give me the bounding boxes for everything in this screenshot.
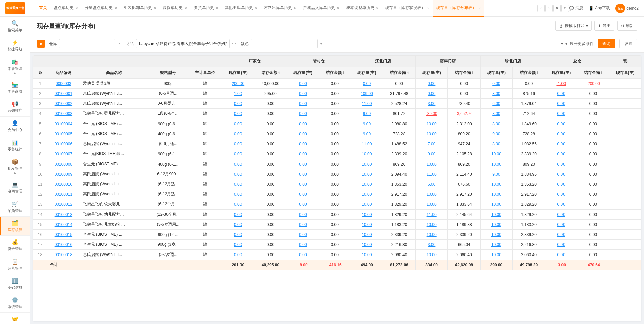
nav-tab-pandian[interactable]: 盘点单历史× bbox=[50, 0, 81, 17]
info-icon-jb-amt[interactable]: ℹ bbox=[407, 71, 409, 75]
info-icon-z-amt[interactable]: ℹ bbox=[601, 71, 602, 75]
row-na-qty[interactable]: -39.00 bbox=[416, 109, 448, 119]
row-code[interactable]: 00100002 bbox=[47, 99, 80, 109]
row-code[interactable]: 00100009 bbox=[47, 169, 80, 179]
print-btn[interactable]: 🖨 按模版打印 ▾ bbox=[555, 21, 592, 31]
row-na-qty[interactable]: 10.00 bbox=[416, 159, 448, 169]
row-yb-qty[interactable]: 0.00 bbox=[480, 79, 513, 89]
warehouse-input[interactable] bbox=[59, 39, 115, 48]
goods-dots[interactable]: ··· bbox=[232, 41, 236, 47]
row-z-qty[interactable]: 0.00 bbox=[545, 89, 577, 99]
row-code[interactable]: 00100013 bbox=[47, 210, 80, 220]
row-yb-qty[interactable]: 9.00 bbox=[480, 169, 513, 179]
row-f-qty[interactable]: 0.00 bbox=[222, 119, 254, 129]
row-jb-qty[interactable]: 10.00 bbox=[351, 179, 383, 189]
row-z-qty[interactable]: 0.00 bbox=[545, 149, 577, 159]
row-jb-qty[interactable]: 9.00 bbox=[351, 109, 383, 119]
more-conditions-btn[interactable]: ▼▼ 展开更多条件 bbox=[560, 41, 594, 47]
row-na-qty[interactable]: 10.00 bbox=[416, 129, 448, 139]
row-code[interactable]: 00100006 bbox=[47, 139, 80, 149]
nav-next-btn[interactable]: › bbox=[545, 5, 553, 12]
sidebar-item-retailshop[interactable]: 🏪零售商城 bbox=[0, 78, 30, 97]
nav-tab-close-qitachu[interactable]: × bbox=[255, 6, 257, 10]
row-f-qty[interactable]: 0.00 bbox=[222, 250, 254, 260]
row-na-qty[interactable]: 10.00 bbox=[416, 119, 448, 129]
row-yb-qty[interactable]: 10.00 bbox=[480, 250, 513, 260]
row-jb-qty[interactable]: 9.00 bbox=[351, 119, 383, 129]
row-na-qty[interactable]: 3.00 bbox=[416, 240, 448, 250]
row-jb-qty[interactable]: 10.00 bbox=[351, 230, 383, 240]
row-code[interactable]: 00100003 bbox=[47, 109, 80, 119]
nav-tab-zuchuan[interactable]: 组装拆卸单历史× bbox=[120, 0, 159, 17]
row-yb-qty[interactable]: 3.00 bbox=[480, 89, 513, 99]
row-z-qty[interactable]: 0.00 bbox=[545, 220, 577, 230]
row-z-qty[interactable]: 0.00 bbox=[545, 179, 577, 189]
user-area[interactable]: Ea demo2 bbox=[615, 4, 639, 13]
row-z-qty[interactable]: 0.00 bbox=[545, 139, 577, 149]
row-z-qty[interactable]: 0.00 bbox=[545, 199, 577, 210]
nav-tab-close-kucun[interactable]: × bbox=[427, 6, 429, 10]
row-l-qty[interactable]: 0.00 bbox=[287, 139, 319, 149]
nav-tab-close-chanchenpin[interactable]: × bbox=[337, 6, 339, 10]
row-f-qty[interactable]: 0.00 bbox=[222, 159, 254, 169]
row-f-qty[interactable]: 0.00 bbox=[222, 220, 254, 230]
row-code[interactable]: 00100011 bbox=[47, 189, 80, 199]
row-jb-qty[interactable]: 10.00 bbox=[351, 210, 383, 220]
nav-tab-chengben[interactable]: 成本调整单历史× bbox=[343, 0, 382, 17]
row-z-qty[interactable]: 0.00 bbox=[545, 189, 577, 199]
row-na-qty[interactable]: 0.00 bbox=[416, 89, 448, 99]
sidebar-item-wholesale[interactable]: 📦批发管理▲ bbox=[0, 155, 30, 178]
row-f-qty[interactable]: 0.00 bbox=[222, 169, 254, 179]
refresh-btn[interactable]: ↺ 刷新 bbox=[617, 21, 637, 31]
row-f-qty[interactable]: 0.00 bbox=[222, 149, 254, 159]
nav-tab-close-chengben[interactable]: × bbox=[376, 6, 378, 10]
row-yb-qty[interactable]: 10.00 bbox=[480, 240, 513, 250]
nav-tab-close-cailiao[interactable]: × bbox=[294, 6, 296, 10]
row-l-qty[interactable]: 0.00 bbox=[287, 240, 319, 250]
nav-tab-close-fenliang[interactable]: × bbox=[115, 6, 117, 10]
nav-tab-yaohuo[interactable]: 要货单历史× bbox=[191, 0, 221, 17]
nav-tab-qitachu[interactable]: 其他出库单历史× bbox=[221, 0, 260, 17]
row-na-qty[interactable]: 9.00 bbox=[416, 149, 448, 159]
sidebar-item-retailstat[interactable]: 📊零售统计 bbox=[0, 136, 30, 155]
row-jb-qty[interactable]: 10.00 bbox=[351, 149, 383, 159]
info-icon-f-amt[interactable]: ℹ bbox=[278, 71, 280, 75]
row-z-qty[interactable]: 0.00 bbox=[545, 159, 577, 169]
row-l-qty[interactable]: 0.00 bbox=[287, 89, 319, 99]
nav-tab-kucun[interactable]: 现存量（库存状况表）× bbox=[382, 0, 433, 17]
row-f-qty[interactable]: 0.00 bbox=[222, 189, 254, 199]
row-na-qty[interactable]: 10.00 bbox=[416, 220, 448, 230]
nav-tab-fenliang[interactable]: 分量盘点单历史× bbox=[81, 0, 120, 17]
row-l-qty[interactable]: 0.00 bbox=[287, 79, 319, 89]
row-jb-qty[interactable]: 10.00 bbox=[351, 199, 383, 210]
row-jb-qty[interactable]: 11.00 bbox=[351, 99, 383, 109]
row-f-qty[interactable]: 0.00 bbox=[222, 109, 254, 119]
row-yb-qty[interactable]: 10.00 bbox=[480, 199, 513, 210]
sidebar-item-basic[interactable]: ℹ️基础信息 bbox=[0, 274, 30, 293]
row-f-qty[interactable]: 200.00 bbox=[222, 79, 254, 89]
info-icon-na-amt[interactable]: ℹ bbox=[472, 71, 473, 75]
row-yb-qty[interactable]: 10.00 bbox=[480, 189, 513, 199]
sidebar-item-search[interactable]: 🔍搜索英单 bbox=[0, 17, 30, 36]
row-l-qty[interactable]: 0.00 bbox=[287, 250, 319, 260]
row-code[interactable]: 00100004 bbox=[47, 119, 80, 129]
row-l-qty[interactable]: 0.00 bbox=[287, 210, 319, 220]
row-na-qty[interactable]: 10.00 bbox=[416, 250, 448, 260]
row-yb-qty[interactable]: 10.00 bbox=[480, 149, 513, 159]
nav-tab-chanchenpin[interactable]: 产成品入库单历史× bbox=[300, 0, 342, 17]
row-code[interactable]: 0000003 bbox=[47, 79, 80, 89]
row-code[interactable]: 00100016 bbox=[47, 240, 80, 250]
row-code[interactable]: 00100008 bbox=[47, 159, 80, 169]
row-f-qty[interactable]: 0.00 bbox=[222, 240, 254, 250]
row-f-qty[interactable]: 0.00 bbox=[222, 99, 254, 109]
row-l-qty[interactable]: 0.00 bbox=[287, 230, 319, 240]
nav-expand-btn[interactable]: □ bbox=[561, 5, 569, 12]
setting-btn[interactable]: 设置 bbox=[619, 39, 637, 48]
row-f-qty[interactable]: 0.00 bbox=[222, 199, 254, 210]
row-yb-qty[interactable]: 10.00 bbox=[480, 179, 513, 189]
nav-tab-cailiao[interactable]: 材料出库单历史× bbox=[261, 0, 300, 17]
row-l-qty[interactable]: 0.00 bbox=[287, 129, 319, 139]
sidebar-item-ecom[interactable]: 💻电商管理 bbox=[0, 178, 30, 197]
row-jb-qty[interactable]: 0.00 bbox=[351, 79, 383, 89]
color-input[interactable] bbox=[251, 39, 318, 48]
